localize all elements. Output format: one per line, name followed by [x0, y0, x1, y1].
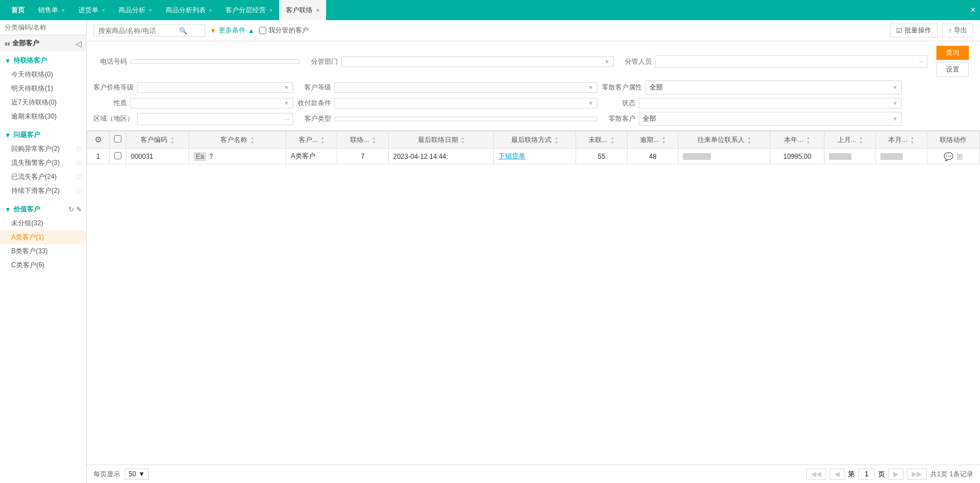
chat-icon[interactable]: 💬 [944, 152, 953, 161]
customer-level-input[interactable]: ▼ [334, 82, 597, 93]
col-category-header: 客户... [286, 131, 337, 149]
retail-customer-value: 全部 [643, 114, 656, 124]
close-customer-seg-tab[interactable]: × [269, 7, 272, 13]
close-customer-contact-tab[interactable]: × [316, 7, 319, 13]
problem-section-title[interactable]: ▼ 问题客户 [0, 128, 86, 142]
per-page-select[interactable]: 50 ▼ [125, 468, 149, 480]
close-sales-tab[interactable]: × [62, 7, 65, 13]
person-dots-icon: ··· [918, 58, 924, 65]
last-page-btn[interactable]: ▶▶ [907, 468, 927, 480]
retail-attr-input[interactable]: 全部 ▼ [646, 80, 902, 94]
last-method-link[interactable]: 下销货单 [498, 152, 525, 160]
per-page-arrow: ▼ [138, 470, 145, 478]
query-btn[interactable]: 查询 [936, 46, 969, 60]
tab-analysis[interactable]: 商品分析 × [112, 0, 159, 20]
query-action-btns: 查询 设置 [932, 46, 973, 77]
nature-input[interactable]: ▼ [130, 98, 293, 108]
payment-input[interactable]: ▼ [334, 98, 597, 108]
col-code-header: 客户编码 [126, 131, 189, 149]
sidebar-item-tomorrow[interactable]: 明天待联络(1) [0, 82, 86, 96]
sidebar-item-7days[interactable]: 近7天待联络(0) [0, 96, 86, 110]
sort-last-month-icon[interactable] [859, 136, 863, 144]
value-section-title[interactable]: ▼ 价值客户 ↻ ✎ [0, 202, 86, 216]
filter-search-input[interactable] [98, 27, 177, 35]
table-settings-btn[interactable]: ⚙ [95, 135, 102, 145]
row-select-checkbox[interactable] [114, 152, 121, 159]
my-customers-check[interactable] [259, 27, 266, 34]
sort-category-icon[interactable] [321, 136, 324, 144]
sidebar-all-customers[interactable]: ⚏ 全部客户 ◁ [0, 35, 86, 51]
region-field: 区域（地区） ··· [93, 113, 293, 125]
page-input[interactable] [858, 468, 875, 480]
sidebar-search-input[interactable] [4, 23, 87, 31]
region-input[interactable]: ··· [137, 113, 293, 125]
col-unit-contact-header: 往来单位联系人 [679, 131, 770, 149]
customer-type-input[interactable] [334, 117, 597, 121]
export-btn[interactable]: ↑ 导出 [942, 23, 973, 37]
sidebar-item-declining[interactable]: 持续下滑客户(2) ⓘ [0, 184, 86, 198]
price-level-arrow: ▼ [284, 84, 289, 91]
sort-last-method-icon[interactable] [554, 136, 558, 144]
grid-icon: ⚏ [4, 40, 10, 47]
setting-btn[interactable]: 设置 [936, 62, 969, 77]
phone-input[interactable] [130, 59, 300, 64]
sidebar-item-ungroup[interactable]: 未分组(32) [0, 216, 86, 230]
close-purchase-tab[interactable]: × [102, 7, 105, 13]
sidebar-item-warning[interactable]: 流失预警客户(3) ⓘ [0, 156, 86, 170]
close-analysis-list-tab[interactable]: × [209, 7, 213, 13]
edit-icon[interactable]: ✎ [76, 206, 82, 214]
sort-no-contact-icon[interactable] [610, 136, 614, 144]
sort-unit-contact-icon[interactable] [747, 136, 751, 144]
refresh-icon[interactable]: ↻ [68, 206, 74, 214]
sidebar-item-c-class[interactable]: C类客户(6) [0, 258, 86, 272]
row-no-contact: 55 [576, 149, 627, 164]
sidebar-item-abnormal[interactable]: 回购异常客户(2) ⓘ [0, 142, 86, 156]
close-all-tabs[interactable]: × [970, 5, 976, 15]
sort-overdue-icon[interactable] [662, 136, 666, 144]
sidebar-item-overdue[interactable]: 逾期未联络(30) [0, 110, 86, 124]
tab-customer-seg[interactable]: 客户分层经营 × [219, 0, 279, 20]
price-level-input[interactable]: ▼ [137, 82, 293, 93]
tab-analysis-list[interactable]: 商品分析列表 × [159, 0, 219, 20]
col-checkbox-header [110, 131, 126, 149]
chevron-down-icon: ▼ [4, 57, 11, 65]
person-input[interactable]: ··· [655, 55, 927, 68]
sort-name-icon[interactable] [251, 136, 255, 144]
batch-op-btn[interactable]: ☑ 批量操作 [890, 23, 937, 37]
next-page-btn[interactable]: ▶ [888, 468, 903, 480]
pending-section-title[interactable]: ▼ 待联络客户 [0, 54, 86, 68]
more-action-icon[interactable]: ⊞ [957, 152, 963, 161]
sort-this-month-icon[interactable] [911, 136, 915, 144]
select-all-checkbox[interactable] [114, 135, 121, 143]
chevron-down-icon-2: ▼ [4, 131, 11, 139]
sidebar-item-b-class[interactable]: B类客户(33) [0, 244, 86, 258]
filter-row-4: 区域（地区） ··· 客户类型 零散客户 全部 ▼ [93, 112, 973, 126]
dept-input[interactable]: ▼ [341, 56, 614, 67]
dept-label: 分管部门 [304, 57, 338, 67]
filter-search-icon[interactable]: 🔍 [179, 27, 187, 35]
filter-search-box[interactable]: 🔍 [93, 25, 205, 37]
sort-this-year-icon[interactable] [807, 136, 811, 144]
my-customers-checkbox[interactable]: 我分管的客户 [259, 26, 309, 35]
sidebar-item-lost[interactable]: 已流失客户(24) ⓘ [0, 170, 86, 184]
prev-page-btn[interactable]: ◀ [830, 468, 845, 480]
first-page-btn[interactable]: ◀◀ [806, 468, 826, 480]
main-layout: 🔍 ⚏ 全部客户 ◁ ▼ 待联络客户 今天待联络(0) 明天待联络(1) 近7天… [0, 20, 980, 483]
tab-sales[interactable]: 销售单 × [31, 0, 72, 20]
tab-home[interactable]: 首页 [4, 0, 31, 20]
sidebar-item-a-class[interactable]: A类客户(1) [0, 230, 86, 244]
sort-last-date-icon[interactable] [461, 136, 465, 144]
pending-section: ▼ 待联络客户 今天待联络(0) 明天待联络(1) 近7天待联络(0) 逾期未联… [0, 51, 86, 126]
retail-customer-input[interactable]: 全部 ▼ [639, 112, 902, 126]
sort-contact-icon[interactable] [372, 136, 376, 144]
sort-code-icon[interactable] [171, 136, 175, 144]
status-input[interactable]: ▼ [639, 98, 902, 108]
tab-purchase[interactable]: 进货单 × [72, 0, 112, 20]
row-last-date: 2023-04-12 14:44: [389, 149, 494, 164]
more-filter-btn[interactable]: ▼ 更多条件 ▲ [210, 26, 255, 35]
close-analysis-tab[interactable]: × [149, 7, 152, 13]
tab-customer-contact[interactable]: 客户联络 × [279, 0, 326, 20]
sidebar-item-today[interactable]: 今天待联络(0) [0, 68, 86, 82]
payment-field: 收付款条件 ▼ [298, 98, 597, 108]
sidebar-collapse-btn[interactable]: ◁ [76, 39, 82, 48]
